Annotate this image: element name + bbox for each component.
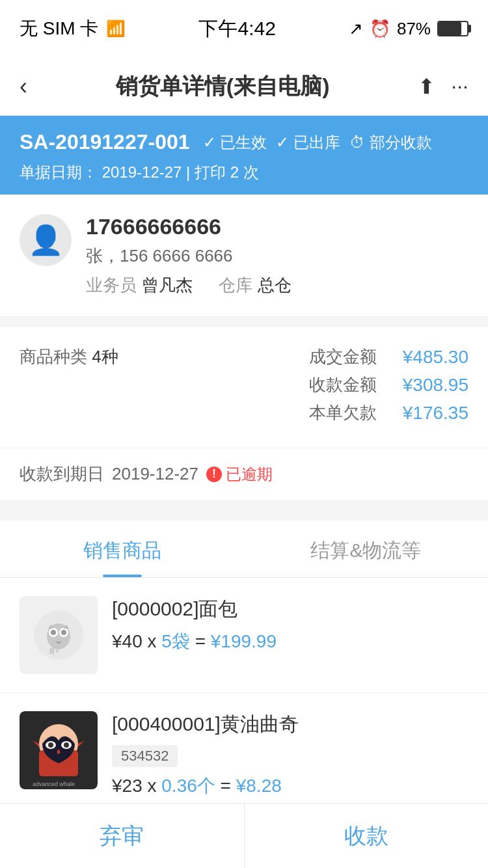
stats-row-received: 收款金额 ¥308.95 bbox=[309, 373, 468, 396]
salesman-label: 业务员 bbox=[86, 274, 137, 297]
location-icon: ↗ bbox=[349, 19, 363, 39]
status-left: 无 SIM 卡 📶 bbox=[20, 16, 126, 41]
tab-settlement-label: 结算&物流等 bbox=[310, 539, 421, 561]
price-base-2: ¥23 x bbox=[112, 776, 161, 796]
product-title-2: 黄油曲奇 bbox=[221, 713, 299, 735]
svg-text:兽+: 兽+ bbox=[49, 647, 59, 655]
svg-point-12 bbox=[48, 742, 53, 748]
stats-right: 成交金额 ¥485.30 收款金额 ¥308.95 本单欠款 ¥176.35 bbox=[309, 346, 468, 429]
cancel-button[interactable]: 弃审 bbox=[0, 804, 245, 868]
avatar: 👤 bbox=[20, 214, 72, 266]
badge-effective: ✓ 已生效 bbox=[203, 132, 267, 153]
salesman-item: 业务员 曾凡杰 bbox=[86, 274, 193, 297]
tab-settlement[interactable]: 结算&物流等 bbox=[244, 521, 488, 577]
overdue-badge: ! 已逾期 bbox=[206, 464, 273, 485]
overdue-icon: ! bbox=[206, 467, 222, 482]
price-base-1: ¥40 x bbox=[112, 631, 161, 651]
deal-label: 成交金额 bbox=[309, 346, 377, 368]
date-label: 单据日期： bbox=[20, 163, 98, 181]
product-price-2: ¥23 x 0.36个 = ¥8.28 bbox=[112, 774, 468, 798]
product-image-2: advanced whale bbox=[20, 711, 98, 789]
price-eq-2: = bbox=[215, 776, 236, 796]
product-image-svg: advanced whale bbox=[20, 711, 98, 789]
svg-point-5 bbox=[61, 630, 66, 635]
price-total-1: ¥199.99 bbox=[211, 631, 277, 651]
owed-label: 本单欠款 bbox=[309, 401, 377, 424]
divider-1 bbox=[0, 317, 488, 327]
received-value: ¥308.95 bbox=[403, 375, 468, 396]
more-button[interactable]: ··· bbox=[451, 74, 468, 98]
order-header: SA-20191227-001 ✓ 已生效 ✓ 已出库 ⏱ 部分收款 单据日期：… bbox=[0, 116, 488, 195]
stats-section: 商品种类 4种 成交金额 ¥485.30 收款金额 ¥308.95 本单欠款 ¥… bbox=[0, 327, 488, 448]
status-bar: 无 SIM 卡 📶 下午4:42 ↗ ⏰ 87% bbox=[0, 0, 488, 57]
due-section: 收款到期日 2019-12-27 ! 已逾期 bbox=[0, 448, 488, 500]
carrier-label: 无 SIM 卡 bbox=[20, 16, 98, 41]
product-thumbnail-1: 兽+ bbox=[20, 596, 98, 674]
product-title-1: 面包 bbox=[198, 598, 237, 619]
product-price-1: ¥40 x 5袋 = ¥199.99 bbox=[112, 629, 468, 654]
svg-point-13 bbox=[64, 742, 69, 748]
nav-bar: ‹ 销货单详情(来自电脑) ⬆ ··· bbox=[0, 57, 488, 116]
list-item: advanced whale [000400001]黄油曲奇 534532 ¥2… bbox=[0, 693, 488, 817]
customer-section: 👤 17666666666 张，156 6666 6666 业务员 曾凡杰 仓库… bbox=[0, 195, 488, 317]
nav-actions: ⬆ ··· bbox=[418, 74, 468, 99]
print-count: 2 bbox=[230, 163, 239, 181]
product-list: 兽+ [0000002]面包 ¥40 x 5袋 = ¥199.99 bbox=[0, 578, 488, 817]
confirm-label: 收款 bbox=[344, 821, 388, 851]
product-image-placeholder: 兽+ bbox=[20, 596, 98, 674]
salesman-value: 曾凡杰 bbox=[142, 274, 193, 297]
back-button[interactable]: ‹ bbox=[20, 73, 27, 100]
product-code-1: [0000002] bbox=[112, 598, 198, 619]
svg-text:advanced whale: advanced whale bbox=[33, 781, 75, 787]
warehouse-item: 仓库 总仓 bbox=[219, 274, 291, 297]
date-value: 2019-12-27 bbox=[102, 163, 182, 181]
stats-row-owed: 本单欠款 ¥176.35 bbox=[309, 401, 468, 424]
print-suffix: 次 bbox=[243, 163, 259, 181]
tab-sales-label: 销售商品 bbox=[83, 539, 161, 561]
tabs-section: 销售商品 结算&物流等 bbox=[0, 521, 488, 578]
order-date: 单据日期： 2019-12-27 | 打印 2 次 bbox=[20, 162, 468, 183]
customer-info: 17666666666 张，156 6666 6666 业务员 曾凡杰 仓库 总… bbox=[86, 214, 291, 297]
product-code-2: [000400001] bbox=[112, 713, 221, 735]
type-count: 4种 bbox=[92, 347, 118, 366]
wifi-icon: 📶 bbox=[106, 20, 126, 38]
due-label: 收款到期日 bbox=[20, 463, 104, 485]
warehouse-label: 仓库 bbox=[219, 274, 252, 297]
battery-icon bbox=[437, 21, 468, 36]
badge-partial-payment: ⏱ 部分收款 bbox=[349, 132, 432, 153]
tab-sales[interactable]: 销售商品 bbox=[0, 521, 244, 577]
price-eq-1: = bbox=[190, 631, 211, 651]
cancel-label: 弃审 bbox=[100, 821, 144, 851]
product-sku-2: 534532 bbox=[112, 745, 178, 767]
status-right: ↗ ⏰ 87% bbox=[349, 19, 468, 39]
overdue-label: 已逾期 bbox=[226, 464, 273, 485]
battery-percent: 87% bbox=[397, 19, 431, 39]
price-total-2: ¥8.28 bbox=[236, 776, 282, 796]
price-qty-1: 5袋 bbox=[161, 631, 190, 651]
divider-2 bbox=[0, 500, 488, 510]
confirm-button[interactable]: 收款 bbox=[245, 804, 489, 868]
order-id: SA-20191227-001 bbox=[20, 130, 190, 154]
product-info-2: [000400001]黄油曲奇 534532 ¥23 x 0.36个 = ¥8.… bbox=[112, 711, 468, 798]
badge-shipped: ✓ 已出库 bbox=[276, 132, 340, 153]
stats-row-deal: 成交金额 ¥485.30 bbox=[309, 346, 468, 368]
customer-meta: 业务员 曾凡杰 仓库 总仓 bbox=[86, 274, 291, 297]
print-label: | 打印 bbox=[186, 163, 226, 181]
warehouse-value: 总仓 bbox=[258, 274, 291, 297]
share-button[interactable]: ⬆ bbox=[418, 74, 435, 99]
svg-point-4 bbox=[51, 630, 56, 635]
product-name-1: [0000002]面包 bbox=[112, 596, 468, 623]
customer-id: 17666666666 bbox=[86, 214, 291, 239]
owed-value: ¥176.35 bbox=[403, 403, 468, 424]
page-title: 销货单详情(来自电脑) bbox=[116, 72, 330, 102]
product-thumbnail-2: advanced whale bbox=[20, 711, 98, 789]
product-name-2: [000400001]黄油曲奇 bbox=[112, 711, 468, 738]
product-info-1: [0000002]面包 ¥40 x 5袋 = ¥199.99 bbox=[112, 596, 468, 654]
stats-left: 商品种类 4种 bbox=[20, 346, 118, 368]
customer-name: 张，156 6666 6666 bbox=[86, 245, 291, 267]
type-label: 商品种类 bbox=[20, 347, 87, 366]
due-date: 2019-12-27 bbox=[112, 464, 198, 484]
avatar-icon: 👤 bbox=[28, 223, 64, 257]
received-label: 收款金额 bbox=[309, 373, 377, 396]
bottom-bar: 弃审 收款 bbox=[0, 803, 488, 868]
